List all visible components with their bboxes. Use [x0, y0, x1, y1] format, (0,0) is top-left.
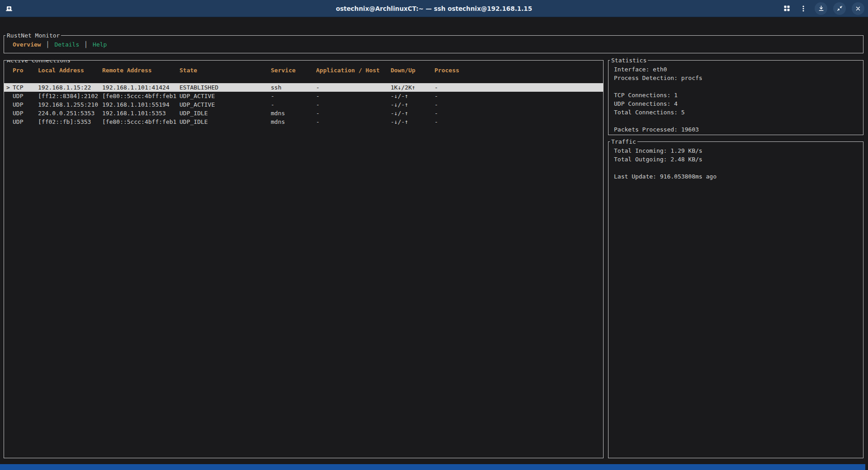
column-header: Down/Up	[391, 66, 415, 75]
cell-remote: [fe80::5ccc:4bff:feb1	[102, 92, 176, 100]
cell-local: 192.168.1.15:22	[38, 83, 91, 92]
cell-process: -	[434, 100, 438, 109]
cell-pro: UDP	[13, 100, 23, 109]
cell-app_host: -	[316, 100, 320, 109]
cell-state: UDP_IDLE	[179, 109, 208, 118]
tab-overview[interactable]: Overview	[13, 41, 41, 48]
text-line: Total Outgoing: 2.48 KB/s	[614, 155, 863, 164]
cell-state: UDP_ACTIVE	[179, 92, 215, 100]
window-title: ostechnix@ArchlinuxCT:~ — ssh ostechnix@…	[0, 5, 868, 12]
window-titlebar: ostechnix@ArchlinuxCT:~ — ssh ostechnix@…	[0, 0, 868, 17]
column-header: State	[179, 66, 197, 75]
cell-pro: UDP	[13, 109, 23, 118]
connections-panel: Active Connections ProLocal AddressRemot…	[4, 60, 604, 458]
cell-service: ssh	[271, 83, 281, 92]
text-line: Packets Processed: 19603	[614, 125, 863, 134]
cell-local: [ff02::fb]:5353	[38, 118, 91, 126]
cell-process: -	[434, 118, 438, 126]
cell-remote: 192.168.1.101:41424	[102, 83, 170, 92]
cell-pro: TCP	[13, 83, 23, 92]
header-spacer	[4, 75, 603, 83]
cell-process: -	[434, 92, 438, 100]
statistics-panel-title: Statistics	[610, 56, 648, 65]
connection-row[interactable]: UDP[ff02::fb]:5353[fe80::5ccc:4bff:feb1U…	[4, 118, 603, 126]
cell-down_up: -↓/-↑	[391, 109, 408, 118]
connection-row[interactable]: UDP224.0.0.251:5353192.168.1.101:5353UDP…	[4, 109, 603, 118]
text-line	[614, 164, 863, 172]
text-line: Total Connections: 5	[614, 108, 863, 117]
cell-app_host: -	[316, 109, 320, 118]
cell-state: ESTABLISHED	[179, 83, 218, 92]
cell-down_up: -↓/-↑	[391, 92, 408, 100]
status-bar: Press 'h' for help | '/' to filter & nav…	[0, 464, 865, 470]
new-tab-icon	[5, 5, 14, 12]
column-header: Pro	[13, 66, 23, 75]
connection-row[interactable]: UDP[ff12::8384]:2102[fe80::5ccc:4bff:feb…	[4, 92, 603, 100]
close-window-button[interactable]	[852, 2, 864, 15]
statistics-lines: Interface: eth0Process Detection: procfs…	[614, 65, 863, 134]
cell-pro: UDP	[13, 118, 23, 126]
cell-service: mdns	[271, 118, 285, 126]
connections-rows: >TCP192.168.1.15:22192.168.1.101:41424ES…	[4, 83, 603, 126]
cell-app_host: -	[316, 118, 320, 126]
statistics-panel: Statistics Interface: eth0Process Detect…	[608, 60, 863, 135]
column-header: Application / Host	[316, 66, 380, 75]
cell-local: 224.0.0.251:5353	[38, 109, 94, 118]
download-icon	[818, 5, 825, 12]
restore-icon	[836, 5, 843, 12]
text-line: TCP Connections: 1	[614, 91, 863, 99]
app-title: RustNet Monitor	[5, 31, 61, 40]
text-line: Process Detection: procfs	[614, 74, 863, 82]
text-line: Total Incoming: 1.29 KB/s	[614, 146, 863, 155]
cell-app_host: -	[316, 83, 320, 92]
main-area: Active Connections ProLocal AddressRemot…	[4, 60, 863, 458]
cell-down_up: -↓/-↑	[391, 100, 408, 109]
cell-local: 192.168.1.255:210	[38, 100, 98, 109]
connection-row[interactable]: UDP192.168.1.255:210192.168.1.101:55194U…	[4, 100, 603, 109]
text-line: UDP Connections: 4	[614, 99, 863, 108]
cell-pro: UDP	[13, 92, 23, 100]
column-header: Process	[434, 66, 459, 75]
cell-remote: 192.168.1.101:5353	[102, 109, 166, 118]
traffic-panel: Traffic Total Incoming: 1.29 KB/sTotal O…	[608, 141, 863, 458]
menu-button[interactable]	[798, 3, 809, 14]
tabs-overview-button[interactable]	[781, 3, 792, 14]
text-line: Last Update: 916.053808ms ago	[614, 172, 863, 181]
connection-row[interactable]: >TCP192.168.1.15:22192.168.1.101:41424ES…	[4, 83, 603, 92]
new-tab-button[interactable]	[4, 3, 14, 14]
cell-local: [ff12::8384]:2102	[38, 92, 98, 100]
row-selector-icon: >	[6, 83, 10, 92]
text-line	[614, 117, 863, 125]
connections-panel-title: Active Connections	[5, 60, 72, 65]
traffic-panel-title: Traffic	[610, 137, 637, 146]
cell-down_up: 1K↓/2K↑	[391, 83, 415, 92]
cell-app_host: -	[316, 92, 320, 100]
cell-remote: [fe80::5ccc:4bff:feb1	[102, 118, 176, 126]
right-column: Statistics Interface: eth0Process Detect…	[608, 60, 863, 458]
terminal-screen: RustNet Monitor Overview│Details│Help Ac…	[0, 17, 868, 470]
cell-process: -	[434, 83, 438, 92]
cell-state: UDP_IDLE	[179, 118, 208, 126]
text-line	[614, 82, 863, 91]
column-header: Service	[271, 66, 296, 75]
cell-down_up: -↓/-↑	[391, 118, 408, 126]
restore-window-button[interactable]	[833, 2, 846, 15]
cell-state: UDP_ACTIVE	[179, 100, 215, 109]
cell-service: -	[271, 92, 274, 100]
cell-service: -	[271, 100, 274, 109]
tab-details[interactable]: Details	[54, 41, 79, 48]
close-icon	[855, 5, 861, 12]
app-tabs-panel: RustNet Monitor Overview│Details│Help	[4, 35, 863, 53]
tab-help[interactable]: Help	[93, 41, 107, 48]
cell-service: mdns	[271, 109, 285, 118]
text-line: Interface: eth0	[614, 65, 863, 74]
traffic-lines: Total Incoming: 1.29 KB/sTotal Outgoing:…	[614, 146, 863, 181]
tab-bar: Overview│Details│Help	[4, 36, 863, 53]
column-header: Local Address	[38, 66, 84, 75]
cell-process: -	[434, 109, 438, 118]
grid-icon	[783, 5, 790, 12]
tab-divider: │	[84, 41, 88, 48]
connections-header: ProLocal AddressRemote AddressStateServi…	[4, 66, 603, 75]
cell-remote: 192.168.1.101:55194	[102, 100, 170, 109]
download-button[interactable]	[815, 2, 827, 15]
